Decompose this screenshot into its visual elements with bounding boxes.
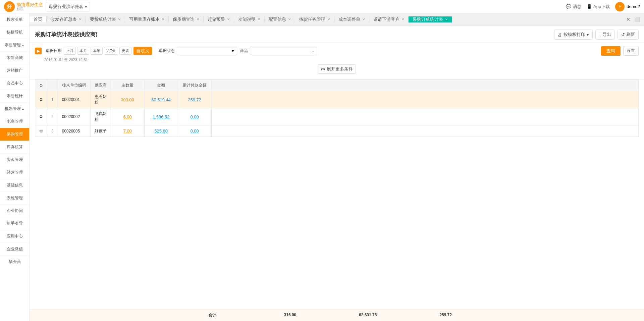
- user-name: demo2: [627, 4, 640, 9]
- date-btn-近7天[interactable]: 近7天: [104, 47, 118, 55]
- print-button[interactable]: 🖨 按模板打印 ▾: [554, 30, 593, 40]
- date-btn-更多[interactable]: 更多: [119, 47, 131, 55]
- chevron-down-icon: ▾: [85, 4, 87, 9]
- row-settings[interactable]: ⚙: [35, 125, 47, 137]
- tab-close-icon[interactable]: ✕: [79, 18, 82, 21]
- sidebar-item-system[interactable]: 系统管理: [0, 192, 29, 205]
- row-partner-code: 00020002: [58, 108, 90, 125]
- sidebar-item-member[interactable]: 会员中心: [0, 77, 29, 90]
- print-icon: 🖨: [558, 32, 562, 37]
- chevron-icon: ▲: [21, 44, 24, 47]
- sidebar-item-retail-mgmt[interactable]: 零售管理▲: [0, 39, 29, 52]
- tab-label: 保质期查询: [173, 16, 195, 22]
- table-row[interactable]: ⚙ 1 00020001 惠氏奶粉 303.00 60,519.44 259.7…: [35, 91, 639, 108]
- tab-label: 配置信息: [269, 16, 286, 22]
- sidebar-item-basic-info[interactable]: 基础信息: [0, 179, 29, 192]
- sidebar-item-label: 零售管理: [5, 42, 21, 48]
- sidebar-item-purchase[interactable]: 采购管理: [0, 128, 29, 141]
- row-paid-amount: 0.00: [178, 108, 211, 125]
- row-quantity: 7.00: [111, 125, 144, 137]
- row-extra: [211, 91, 638, 108]
- sidebar-item-retail-mall[interactable]: 零售商城: [0, 52, 29, 64]
- expand-filters-button[interactable]: ▾▾ 展开更多条件: [318, 64, 356, 74]
- tab-close-icon[interactable]: ✕: [401, 18, 404, 21]
- settings-button[interactable]: 设置: [623, 46, 639, 56]
- goods-search-input[interactable]: [253, 49, 310, 53]
- sidebar-item-label: 零售统计: [7, 93, 23, 99]
- filter-toggle[interactable]: ▶: [35, 48, 42, 54]
- tab-close-icon[interactable]: ✕: [162, 18, 164, 21]
- goods-input[interactable]: ···: [250, 47, 317, 55]
- footer-paid-amount: 259.72: [407, 313, 485, 318]
- tab-close-icon[interactable]: ✕: [227, 18, 230, 21]
- tab-label: 拣货任务管理: [299, 16, 325, 22]
- tab-function[interactable]: 功能说明✕: [234, 16, 265, 22]
- tab-close-icon[interactable]: ✕: [258, 18, 260, 21]
- row-settings[interactable]: ⚙: [35, 91, 47, 108]
- tab-config[interactable]: 配置信息✕: [265, 16, 295, 22]
- tab-order-stats[interactable]: 要货单统计表✕: [86, 16, 125, 22]
- chevron-icon: ▲: [21, 107, 24, 111]
- table-row[interactable]: ⚙ 3 00020005 好孩子 7.00 525.80 0.00: [35, 125, 639, 137]
- app-download-area[interactable]: 📱 App下载: [587, 4, 610, 10]
- tab-inventory[interactable]: 可用量库存账本✕: [125, 16, 169, 22]
- tab-expiry[interactable]: 保质期查询✕: [169, 16, 204, 22]
- query-button[interactable]: 查询: [601, 46, 621, 56]
- user-area[interactable]: E demo2: [615, 2, 640, 11]
- sidebar-item-finance[interactable]: 资金管理: [0, 154, 29, 166]
- table-row[interactable]: ⚙ 2 00020002 飞鹤奶粉 6.00 1,586.52 0.00: [35, 108, 639, 125]
- row-quantity: 303.00: [111, 91, 144, 108]
- sidebar-item-marketing[interactable]: 营销推广: [0, 64, 29, 77]
- refresh-button[interactable]: ↺ 刷新: [618, 30, 639, 40]
- sidebar-item-enterprise[interactable]: 企业协同: [0, 205, 29, 217]
- tab-close-icon[interactable]: ✕: [118, 18, 121, 21]
- export-button[interactable]: ↓ 导出: [595, 30, 615, 40]
- date-range-text: 2016-01-01 至 2023-12-31: [44, 58, 88, 62]
- sidebar-item-operations[interactable]: 经营管理: [0, 166, 29, 179]
- sidebar-item-inventory-check[interactable]: 库存核算: [0, 141, 29, 154]
- tab-close-icon[interactable]: ✕: [362, 18, 365, 21]
- tab-overstock[interactable]: 超储预警✕: [204, 16, 234, 22]
- message-icon: 💬: [566, 4, 571, 9]
- workspace-selector[interactable]: 母婴行业演示账套 ▾: [46, 2, 90, 11]
- custom-date-btn[interactable]: 自定义: [133, 47, 152, 55]
- tab-close-icon[interactable]: ✕: [288, 18, 291, 21]
- col-settings[interactable]: ⚙: [35, 80, 47, 91]
- close-tab-icon[interactable]: ✕: [625, 15, 632, 23]
- sidebar-item-label: 基础信息: [7, 182, 23, 188]
- tab-close-icon[interactable]: ✕: [197, 18, 199, 21]
- tab-close-icon[interactable]: ✕: [327, 18, 330, 21]
- tab-picking[interactable]: 拣货任务管理✕: [295, 16, 334, 22]
- date-btn-本月[interactable]: 本月: [77, 47, 89, 55]
- sidebar-item-enterprise-wechat[interactable]: 企业微信: [0, 243, 29, 256]
- row-supplier: 好孩子: [90, 125, 111, 137]
- more-options-icon[interactable]: ···: [310, 48, 314, 53]
- tab-label: 首页: [34, 16, 42, 22]
- sidebar-item-label: 系统管理: [7, 195, 23, 201]
- tab-collection[interactable]: 收发存汇总表✕: [47, 16, 86, 22]
- row-paid-amount: 0.00: [178, 125, 211, 137]
- col-header-4: 累计付款金额: [178, 80, 211, 91]
- sidebar-item-new-guide[interactable]: 新手引导: [0, 217, 29, 230]
- sidebar-item-label: 经营管理: [7, 170, 23, 175]
- sidebar-item-retail-stats[interactable]: 零售统计: [0, 90, 29, 103]
- tab-home[interactable]: 首页: [30, 16, 47, 22]
- sidebar-item-wholesale[interactable]: 批发管理▲: [0, 103, 29, 115]
- restore-tab-icon[interactable]: ⬜: [633, 15, 641, 23]
- sidebar-item-quick-nav[interactable]: 快捷导航: [0, 26, 29, 39]
- tab-invite[interactable]: 邀请下游客户✕: [369, 16, 409, 22]
- row-settings[interactable]: ⚙: [35, 108, 47, 125]
- sidebar-item-vip[interactable]: 畅会员: [0, 256, 29, 268]
- sidebar-item-label: 营销推广: [7, 68, 23, 73]
- date-btn-本年[interactable]: 本年: [91, 47, 103, 55]
- tab-close-icon[interactable]: ✕: [445, 18, 448, 21]
- sidebar-item-ecommerce[interactable]: 电商管理: [0, 115, 29, 128]
- status-select[interactable]: ▾: [177, 47, 237, 55]
- sidebar-item-search[interactable]: 搜索英单: [0, 13, 29, 26]
- sidebar-item-app-center[interactable]: 应用中心: [0, 230, 29, 243]
- message-icon-area[interactable]: 💬 消息: [566, 4, 581, 10]
- col-header-3: 金额: [144, 80, 178, 91]
- tab-cost-adj[interactable]: 成本调整单✕: [334, 16, 369, 22]
- tab-purchase-stats[interactable]: 采购订单统计表✕: [409, 16, 452, 22]
- date-btn-上月[interactable]: 上月: [64, 47, 76, 55]
